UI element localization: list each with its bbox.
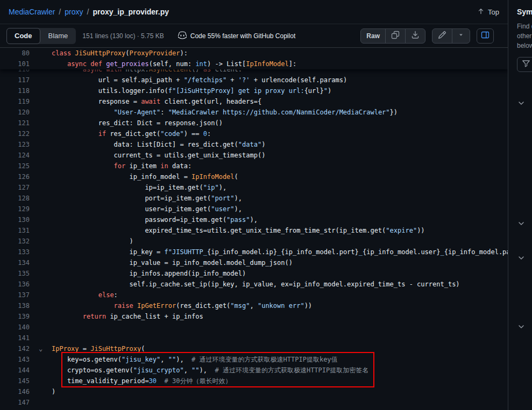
code-text: ip_infos.append(ip_info_model) — [52, 268, 246, 279]
line-number[interactable]: 134 — [0, 257, 30, 268]
line-number[interactable]: 130 — [0, 214, 30, 225]
line-number[interactable]: 128 — [0, 193, 30, 204]
chevron-down-icon[interactable] — [517, 99, 526, 110]
fold-gutter — [30, 300, 52, 311]
fold-gutter — [30, 376, 52, 386]
code-text: expired_time_ts=utils.get_unix_time_from… — [52, 225, 425, 236]
raw-button[interactable]: Raw — [360, 28, 386, 44]
code-line: 147 — [0, 397, 508, 408]
breadcrumb: MediaCrawler / proxy / proxy_ip_provider… — [9, 8, 169, 16]
line-number[interactable]: 146 — [0, 386, 30, 397]
chevron-down-icon[interactable] — [517, 322, 526, 333]
fold-gutter — [30, 214, 52, 225]
code-line: 133 ip_key = f"JISUHTTP_{ip_info_model.i… — [0, 247, 508, 257]
copilot-icon — [178, 31, 187, 41]
fold-chevron-icon[interactable]: ⌄ — [30, 343, 52, 354]
breadcrumb-folder-link[interactable]: proxy — [65, 8, 83, 16]
line-number[interactable]: 101 — [0, 59, 30, 69]
line-number[interactable]: 144 — [0, 365, 30, 376]
code-line: 134 ip_value = ip_info_model.model_dump_… — [0, 257, 508, 268]
breadcrumb-file-name: proxy_ip_provider.py — [93, 8, 169, 16]
code-line: 140 — [0, 322, 508, 333]
line-number[interactable]: 118 — [0, 85, 30, 96]
code-line: 127 ip=ip_item.get("ip"), — [0, 182, 508, 193]
line-number[interactable]: 129 — [0, 204, 30, 214]
code-line: 124 current_ts = utils.get_unix_timestam… — [0, 150, 508, 161]
code-text: user=ip_item.get("user"), — [52, 204, 242, 214]
chevron-down-icon[interactable] — [517, 219, 526, 230]
code-text: class JiSuHttpProxy(ProxyProvider): — [52, 48, 188, 59]
line-number[interactable]: 80 — [0, 48, 30, 59]
scroll-to-top-button[interactable]: Top — [477, 8, 499, 17]
line-number[interactable]: 143 — [0, 354, 30, 365]
copilot-banner[interactable]: Code 55% faster with GitHub Copilot — [178, 31, 295, 41]
line-number[interactable]: 131 — [0, 225, 30, 236]
tab-blame[interactable]: Blame — [40, 28, 76, 44]
line-number[interactable]: 145 — [0, 376, 30, 386]
line-number[interactable]: 126 — [0, 171, 30, 182]
fold-gutter — [30, 247, 52, 257]
code-line: 129 user=ip_item.get("user"), — [0, 204, 508, 214]
code-text: raise IpGetError(res_dict.get("msg", "un… — [52, 300, 312, 311]
line-number[interactable]: 136 — [0, 279, 30, 290]
breadcrumb-separator: / — [87, 8, 89, 16]
line-number[interactable]: 141 — [0, 333, 30, 343]
code-line: 136 self.ip_cache.set_ip(ip_key, ip_valu… — [0, 279, 508, 290]
code-pane: 116 async with httpx.AsyncClient() as cl… — [0, 48, 508, 410]
line-number[interactable]: 123 — [0, 139, 30, 150]
tab-code[interactable]: Code — [6, 28, 40, 44]
line-number[interactable]: 139 — [0, 311, 30, 322]
line-number[interactable]: 137 — [0, 290, 30, 300]
fold-gutter — [30, 257, 52, 268]
fold-gutter — [30, 354, 52, 365]
code-text: else: — [52, 290, 118, 300]
line-number[interactable]: 121 — [0, 118, 30, 128]
code-text: return ip_cache_list + ip_infos — [52, 311, 203, 322]
code-text: url = self.api_path + "/fetchips" + '?' … — [52, 75, 347, 85]
line-number[interactable]: 132 — [0, 236, 30, 247]
line-number[interactable]: 140 — [0, 322, 30, 333]
line-number[interactable]: 122 — [0, 128, 30, 139]
line-number[interactable]: 147 — [0, 397, 30, 408]
edit-button[interactable] — [432, 28, 452, 44]
symbols-panel-toggle-button[interactable] — [477, 28, 494, 44]
line-number[interactable]: 125 — [0, 161, 30, 171]
fold-gutter — [30, 268, 52, 279]
fold-gutter — [30, 150, 52, 161]
download-button[interactable] — [405, 28, 425, 44]
breadcrumb-repo-link[interactable]: MediaCrawler — [9, 8, 55, 16]
line-number[interactable]: 127 — [0, 182, 30, 193]
code-text: utils.logger.info(f"[JiSuHttpProxy] get … — [52, 85, 331, 96]
line-number[interactable]: 120 — [0, 107, 30, 118]
code-line: 139 return ip_cache_list + ip_infos — [0, 311, 508, 322]
copy-button[interactable] — [385, 28, 406, 44]
code-line: 138 raise IpGetError(res_dict.get("msg",… — [0, 300, 508, 311]
code-text: data: List[Dict] = res_dict.get("data") — [52, 139, 265, 150]
fold-gutter — [30, 365, 52, 376]
line-number[interactable]: 124 — [0, 150, 30, 161]
code-text: for ip_item in data: — [52, 161, 191, 171]
chevron-down-icon[interactable] — [517, 254, 526, 264]
line-number[interactable]: 119 — [0, 96, 30, 107]
chevron-down-icon — [458, 32, 464, 40]
scroll-to-top-label: Top — [488, 8, 499, 16]
code-line: 128 port=ip_item.get("port"), — [0, 193, 508, 204]
fold-gutter — [30, 397, 52, 408]
line-number[interactable]: 117 — [0, 75, 30, 85]
fold-gutter — [30, 128, 52, 139]
fold-gutter — [30, 279, 52, 290]
symbols-panel: Symbols Find definitions and references … — [508, 0, 532, 410]
fold-gutter — [30, 225, 52, 236]
code-line: 131 expired_time_ts=utils.get_unix_time_… — [0, 225, 508, 236]
line-number[interactable]: 142 — [0, 343, 30, 354]
line-number[interactable]: 133 — [0, 247, 30, 257]
code-text: password=ip_item.get("pass"), — [52, 214, 258, 225]
line-number[interactable]: 135 — [0, 268, 30, 279]
symbols-filter-input[interactable] — [517, 57, 532, 72]
fold-gutter — [30, 182, 52, 193]
edit-dropdown-button[interactable] — [452, 28, 470, 44]
code-line: 118 utils.logger.info(f"[JiSuHttpProxy] … — [0, 85, 508, 96]
line-number[interactable]: 138 — [0, 300, 30, 311]
file-info: 151 lines (130 loc) · 5.75 KB — [82, 32, 164, 40]
fold-gutter — [30, 75, 52, 85]
